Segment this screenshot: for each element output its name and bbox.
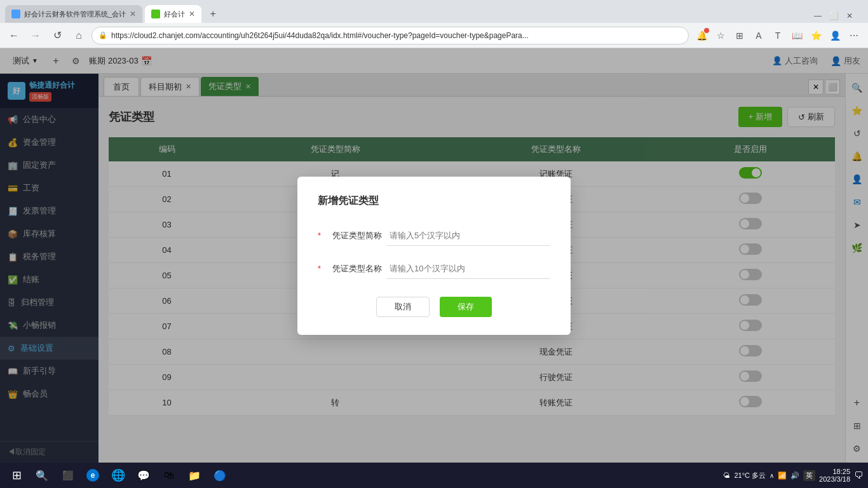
- ext-bookmark[interactable]: ☆: [712, 27, 729, 44]
- ext-collections[interactable]: ⭐: [807, 27, 825, 44]
- weather-temp: 21°C 多云: [734, 471, 766, 480]
- language-indicator: 英: [803, 470, 815, 481]
- nav-back[interactable]: ←: [5, 27, 23, 44]
- nav-forward[interactable]: →: [27, 27, 44, 44]
- browser-extensions: 🔔 ☆ ⊞ A T 📖 ⭐ 👤 ⋯: [693, 27, 863, 44]
- clock-date: 2023/3/18: [819, 475, 850, 483]
- ext-reading[interactable]: 📖: [788, 27, 806, 44]
- taskbar-edge[interactable]: e: [81, 464, 104, 487]
- name-input[interactable]: [387, 259, 550, 279]
- nav-refresh[interactable]: ↺: [48, 27, 66, 44]
- abbr-label: 凭证类型简称: [326, 230, 382, 241]
- tab2-favicon: [151, 10, 160, 18]
- taskbar: ⊞ 🔍 ⬛ e 🌐 💬 🛍 📁 🔵 🌤 21°C 多云 ∧ 📶 🔊 英 18:2…: [0, 463, 868, 488]
- browser-restore[interactable]: ⬜: [829, 11, 839, 20]
- abbr-required-mark: *: [318, 231, 321, 240]
- taskbar-system-tray: 🌤 21°C 多云 ∧ 📶 🔊 英 18:25 2023/3/18 🗨: [723, 468, 863, 483]
- clock-time: 18:25: [819, 468, 850, 475]
- taskbar-explorer[interactable]: 📁: [183, 464, 206, 487]
- clock-widget[interactable]: 18:25 2023/3/18: [819, 468, 850, 483]
- ext-profile[interactable]: 👤: [826, 27, 844, 44]
- tab1-title: 好会计云财务软件管理系统_会计: [24, 10, 126, 19]
- network-icon: 📶: [778, 471, 787, 480]
- ext-translate[interactable]: T: [769, 27, 787, 44]
- nav-home[interactable]: ⌂: [70, 27, 88, 44]
- browser-minimize[interactable]: —: [814, 11, 822, 20]
- modal-title: 新增凭证类型: [318, 194, 550, 208]
- address-bar[interactable]: 🔒 https://cloud2.chanjet.com/accounting/…: [92, 27, 689, 44]
- save-button[interactable]: 保存: [440, 297, 492, 317]
- modal-overlay: 新增凭证类型 * 凭证类型简称 * 凭证类型名称 取消 保存: [0, 48, 868, 463]
- taskbar-store[interactable]: 🛍: [158, 464, 180, 487]
- ext-notifications[interactable]: 🔔: [693, 27, 710, 44]
- abbr-form-row: * 凭证类型简称: [318, 226, 550, 246]
- cancel-button[interactable]: 取消: [376, 297, 430, 317]
- browser-toolbar: ← → ↺ ⌂ 🔒 https://cloud2.chanjet.com/acc…: [0, 23, 868, 48]
- abbr-input[interactable]: [387, 226, 550, 246]
- browser-tab-1[interactable]: 好会计云财务软件管理系统_会计 ✕: [5, 5, 142, 23]
- new-tab-btn[interactable]: +: [204, 5, 222, 23]
- tab1-favicon: [11, 10, 20, 18]
- taskbar-arrow[interactable]: ∧: [770, 472, 774, 479]
- weather-icon: 🌤: [723, 471, 730, 479]
- name-form-row: * 凭证类型名称: [318, 259, 550, 279]
- tab2-close[interactable]: ✕: [189, 10, 195, 18]
- ext-menu[interactable]: ⋯: [845, 27, 863, 44]
- start-button[interactable]: ⊞: [5, 464, 28, 487]
- browser-tab-2[interactable]: 好会计 ✕: [145, 5, 201, 23]
- taskbar-task-view[interactable]: ⬛: [56, 464, 79, 487]
- notification-icon[interactable]: 🗨: [854, 470, 863, 480]
- browser-chrome: 好会计云财务软件管理系统_会计 ✕ 好会计 ✕ + — ⬜ ✕: [0, 0, 868, 23]
- modal-footer: 取消 保存: [318, 297, 550, 317]
- modal: 新增凭证类型 * 凭证类型简称 * 凭证类型名称 取消 保存: [297, 177, 571, 335]
- taskbar-search[interactable]: 🔍: [31, 464, 53, 487]
- ext-zoom[interactable]: A: [750, 27, 768, 44]
- lock-icon: 🔒: [98, 31, 107, 39]
- ext-apps[interactable]: ⊞: [731, 27, 749, 44]
- taskbar-wechat[interactable]: 💬: [132, 464, 155, 487]
- taskbar-chrome[interactable]: 🌐: [107, 464, 130, 487]
- name-required-mark: *: [318, 264, 321, 273]
- sound-icon: 🔊: [790, 471, 799, 480]
- name-label: 凭证类型名称: [326, 263, 382, 274]
- browser-close[interactable]: ✕: [846, 11, 853, 20]
- tab1-close[interactable]: ✕: [130, 10, 136, 18]
- taskbar-edge2[interactable]: 🔵: [208, 464, 231, 487]
- address-text: https://cloud2.chanjet.com/accounting/uh…: [111, 31, 682, 40]
- tab2-title: 好会计: [164, 10, 185, 19]
